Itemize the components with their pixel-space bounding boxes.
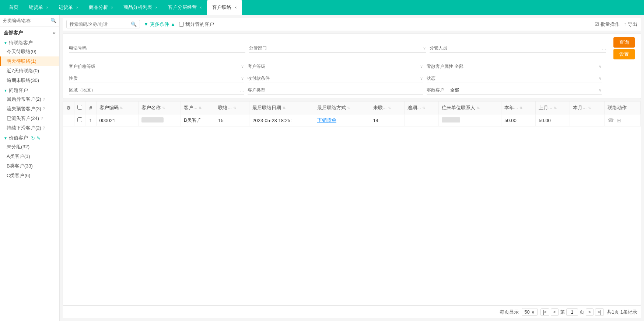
table-footer: 每页显示 50 ∨ |< < 第 页 > >| 共1页 1条记录 [63, 306, 641, 318]
nav-sales-order[interactable]: 销货单 × [24, 0, 53, 15]
overdue-sort-icon[interactable]: ⇅ [422, 106, 425, 110]
sidebar-item-today-pending[interactable]: 今天待联络(0) [0, 47, 59, 56]
my-customers-checkbox[interactable] [179, 22, 184, 27]
last-month-sort-icon[interactable]: ⇅ [554, 106, 557, 110]
sidebar-item-class-c[interactable]: C类客户(6) [0, 171, 59, 180]
nav-product-analysis-list[interactable]: 商品分析列表 × [118, 0, 162, 15]
code-sort-icon[interactable]: ⇅ [120, 106, 123, 110]
close-purchase-order-icon[interactable]: × [76, 5, 78, 10]
nav-home[interactable]: 首页 [4, 0, 24, 15]
set-button[interactable]: 设置 [613, 49, 635, 59]
payment-dropdown-icon[interactable]: ∨ [420, 76, 423, 81]
page-input[interactable] [566, 308, 578, 316]
sidebar-item-churned[interactable]: 已流失客户(24) ? [0, 114, 59, 123]
status-dropdown-icon[interactable]: ∨ [599, 76, 602, 81]
this-year-sort-icon[interactable]: ⇅ [519, 106, 522, 110]
company-contact-sort-icon[interactable]: ⇅ [477, 106, 480, 110]
last-page-btn[interactable]: >| [595, 308, 604, 316]
filter-field-nature: 性质 ∨ [69, 74, 244, 83]
row-last-month: 50.00 [536, 114, 570, 127]
not-contacted-sort-icon[interactable]: ⇅ [388, 106, 391, 110]
all-customers-header: 全部客户 « [0, 27, 59, 38]
select-all-checkbox[interactable] [77, 105, 82, 110]
close-customer-segmentation-icon[interactable]: × [200, 5, 202, 10]
page-size-dropdown-icon[interactable]: ∨ [531, 309, 535, 315]
filter-field-price-level: 客户价格等级 ∨ [69, 62, 244, 71]
person-more-icon[interactable]: … [602, 46, 606, 51]
main-search-input[interactable] [70, 22, 129, 27]
nav-product-analysis[interactable]: 商品分析 × [84, 0, 118, 15]
sidebar-item-7days-pending[interactable]: 近7天待联络(0) [0, 66, 59, 76]
nav-purchase-order[interactable]: 进货单 × [53, 0, 83, 15]
last-type-sort-icon[interactable]: ⇅ [347, 106, 350, 110]
retail-dropdown-icon[interactable]: ∨ [599, 88, 602, 93]
sidebar-item-class-a[interactable]: A类客户(1) [0, 152, 59, 161]
nav-customer-contact[interactable]: 客户联络 × [207, 0, 242, 15]
help-icon-1: ? [43, 97, 45, 101]
help-icon-3: ? [41, 116, 43, 121]
row-company-contact [438, 114, 501, 127]
sidebar-item-overdue-pending[interactable]: 逾期未联络(30) [0, 76, 59, 85]
this-month-sort-icon[interactable]: ⇅ [588, 106, 591, 110]
row-overdue [404, 114, 438, 127]
row-last-date: 2023-05-23 18:25: [249, 114, 314, 127]
batch-op-btn[interactable]: ☑ 批量操作 [595, 21, 620, 28]
page-size-value: 50 [524, 309, 529, 315]
num-column-header: # [85, 101, 96, 114]
refresh-icon[interactable]: ↻ [31, 135, 35, 141]
close-product-analysis-list-icon[interactable]: × [155, 5, 157, 10]
close-sales-order-icon[interactable]: × [46, 5, 48, 10]
filter-field-person: 分管人员 … [430, 44, 606, 53]
sidebar-item-ungrouped[interactable]: 未分组(32) [0, 142, 59, 152]
row-not-contacted: 14 [370, 114, 404, 127]
name-sort-icon[interactable]: ⇅ [162, 106, 165, 110]
grid-action-icon[interactable]: ⊞ [617, 117, 621, 123]
next-page-btn[interactable]: > [586, 308, 594, 316]
export-btn[interactable]: ↑ 导出 [624, 21, 638, 28]
price-level-dropdown-icon[interactable]: ∨ [241, 64, 244, 69]
phone-action-icon[interactable]: ☎ [608, 117, 614, 123]
level-sort-icon[interactable]: ⇅ [199, 106, 202, 110]
advanced-filter-panel: 电话号码 分管部门 ∨ 分管人员 … 查询 设置 [63, 33, 641, 99]
gear-column-header[interactable]: ⚙ [63, 101, 74, 114]
last-date-sort-icon[interactable]: ⇅ [283, 106, 286, 110]
nav-customer-segmentation[interactable]: 客户分层经营 × [163, 0, 207, 15]
name-column-header: 客户名称 ⇅ [139, 101, 181, 114]
region-more-icon[interactable]: … [240, 88, 244, 93]
query-button[interactable]: 查询 [613, 37, 635, 48]
dept-dropdown-icon[interactable]: ∨ [423, 46, 426, 51]
row-name[interactable] [139, 114, 181, 127]
first-page-btn[interactable]: |< [540, 308, 549, 316]
sidebar-item-tomorrow-pending[interactable]: 明天待联络(1) [0, 56, 59, 66]
sidebar-search-input[interactable] [3, 18, 49, 23]
adv-filter-row-2: 客户价格等级 ∨ 客户等级 ∨ 零散客户属性 全部 ∨ [69, 62, 635, 71]
customer-level-dropdown-icon[interactable]: ∨ [420, 64, 423, 69]
close-product-analysis-icon[interactable]: × [111, 5, 113, 10]
row-last-type[interactable]: 下销货单 [314, 114, 370, 127]
sidebar-collapse-icon[interactable]: « [53, 30, 56, 36]
page-size-select[interactable]: 50 ∨ [522, 308, 537, 316]
row-gear [63, 114, 74, 127]
sidebar-search-icon[interactable]: 🔍 [50, 18, 56, 23]
more-conditions-btn[interactable]: ▼ 更多条件 ▲ [144, 21, 175, 28]
nature-dropdown-icon[interactable]: ∨ [241, 76, 244, 81]
sidebar-item-churn-warning[interactable]: 流失预警客户(3) ? [0, 104, 59, 114]
my-customers-checkbox-container[interactable]: 我分管的客户 [179, 21, 214, 28]
prev-page-btn[interactable]: < [551, 308, 559, 316]
overdue-column-header: 逾期... ⇅ [404, 101, 438, 114]
edit-value-icon[interactable]: ✎ [36, 135, 41, 141]
sidebar-item-declining[interactable]: 持续下滑客户(2) ? [0, 123, 59, 133]
contacts-sort-icon[interactable]: ⇅ [233, 106, 236, 110]
row-checkbox[interactable] [77, 117, 82, 122]
retail-attr-dropdown-icon[interactable]: ∨ [599, 64, 602, 69]
adv-filter-row-4: 区域（地区） … 客户类型 零散客户 全部 ∨ [69, 86, 635, 95]
filter-field-retail: 零散客户 全部 ∨ [427, 86, 602, 95]
main-search-icon[interactable]: 🔍 [131, 21, 137, 27]
adv-filter-row-3: 性质 ∨ 收付款条件 ∨ 状态 ∨ [69, 74, 635, 83]
row-code: 000021 [96, 114, 139, 127]
filter-icon: ▼ [144, 21, 148, 27]
close-customer-contact-icon[interactable]: × [234, 5, 237, 10]
filter-field-dept: 分管部门 ∨ [249, 44, 426, 53]
sidebar-item-class-b[interactable]: B类客户(33) [0, 161, 59, 171]
sidebar-item-repurchase-anomaly[interactable]: 回购异常客户(2) ? [0, 94, 59, 104]
